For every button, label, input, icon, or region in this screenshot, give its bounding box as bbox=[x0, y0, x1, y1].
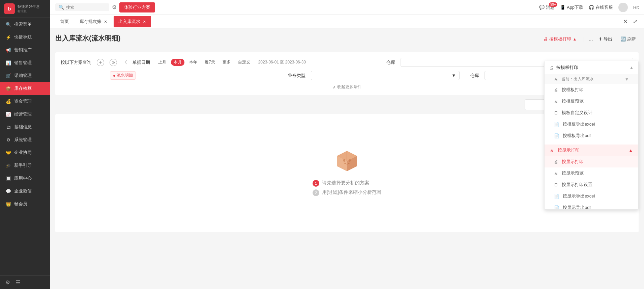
date-filter: 上月 本月 本年 近7天 更多 自定义 2023-06-01 至 2023-06… bbox=[155, 59, 381, 66]
sidebar-item-finance[interactable]: 💰 资金管理 bbox=[0, 95, 50, 108]
sidebar-item-sales[interactable]: 📊 销售管理 bbox=[0, 56, 50, 69]
purchase-icon: 🛒 bbox=[5, 73, 11, 79]
date-tab-thismonth[interactable]: 本月 bbox=[171, 59, 184, 66]
filter-collapse-left-btn[interactable]: 《 bbox=[122, 59, 127, 65]
tab-batch-close[interactable]: × bbox=[104, 19, 108, 24]
disp-excel-icon: 📄 bbox=[554, 194, 559, 199]
date-tab-custom[interactable]: 自定义 bbox=[235, 59, 253, 66]
username[interactable]: Rit bbox=[633, 5, 639, 10]
sidebar-nav: 🔍 搜索菜单 ⚡ 快捷导航 📢 营销推广 📊 销售管理 🛒 采购管理 📦 bbox=[0, 18, 50, 275]
dropdown-template-print[interactable]: 🖨 按模板打印 bbox=[545, 84, 638, 96]
tab-home[interactable]: 首页 bbox=[55, 16, 74, 27]
sidebar-item-member[interactable]: 👑 畅会员 bbox=[0, 198, 50, 210]
header-search-box[interactable]: 🔍 bbox=[55, 3, 109, 11]
tpl-preview-icon: 🖨 bbox=[554, 99, 558, 104]
headset-icon: 🎧 bbox=[589, 5, 594, 10]
chevron-up-icon3: ▲ bbox=[630, 65, 634, 70]
display-chevron-up: ▲ bbox=[628, 148, 633, 153]
marketing-icon: 📢 bbox=[5, 47, 11, 53]
more-btn[interactable]: ... bbox=[589, 36, 593, 42]
dropdown-template-excel[interactable]: 📄 按模板导出excel bbox=[545, 119, 638, 130]
disp-pdf-icon: 📄 bbox=[554, 205, 559, 210]
dropdown-display-print[interactable]: 🖨 按显示打印 bbox=[545, 156, 638, 167]
refresh-btn[interactable]: 🔄 刷新 bbox=[618, 35, 639, 44]
date-range: 2023-06-01 至 2023-06-30 bbox=[258, 59, 306, 65]
dropdown-display-settings[interactable]: 🗒 按显示打印设置 bbox=[545, 179, 638, 190]
messages-btn[interactable]: 💬 消息 99+ bbox=[539, 4, 555, 10]
empty-state: 1 请先选择要分析的方案 2 用[过滤]条件来缩小分析范围 bbox=[313, 148, 381, 199]
industry-btn[interactable]: 体验行业方案 bbox=[119, 2, 155, 12]
biz-type-select[interactable]: ▼ bbox=[311, 71, 460, 80]
sidebar-item-appcenter[interactable]: 🔲 应用中心 bbox=[0, 172, 50, 185]
sidebar-item-basic[interactable]: 🗂 基础信息 bbox=[0, 121, 50, 133]
sidebar-item-purchase[interactable]: 🛒 采购管理 bbox=[0, 69, 50, 82]
disp-settings-icon: 🗒 bbox=[554, 182, 558, 187]
sidebar-item-quicknav[interactable]: ⚡ 快捷导航 bbox=[0, 31, 50, 44]
sidebar-item-marketing[interactable]: 📢 营销推广 bbox=[0, 44, 50, 56]
sidebar-logo: b 畅捷通好生意 标准版 bbox=[0, 0, 50, 18]
sidebar-item-operations[interactable]: 📈 经营管理 bbox=[0, 108, 50, 121]
close-window-btn[interactable]: ✕ bbox=[622, 17, 629, 26]
tpl-pdf-icon: 📄 bbox=[554, 133, 559, 138]
sidebar-item-search[interactable]: 🔍 搜索菜单 bbox=[0, 18, 50, 31]
menu-toggle-icon[interactable]: ☰ bbox=[16, 279, 20, 286]
dropdown-divider bbox=[545, 143, 638, 143]
tab-flow-close[interactable]: × bbox=[142, 19, 146, 24]
date-tab-thisyear[interactable]: 本年 bbox=[186, 59, 200, 66]
dropdown-current-item[interactable]: 🖨 当前：出入库流水 ▼ bbox=[545, 74, 638, 84]
system-icon: ⚙ bbox=[5, 137, 11, 143]
sidebar-item-inventory[interactable]: 📦 库存核算 bbox=[0, 82, 50, 95]
header-search-input[interactable] bbox=[66, 5, 100, 10]
step-num-1: 1 bbox=[313, 180, 319, 187]
step-num-2: 2 bbox=[313, 189, 319, 196]
filter-tag[interactable]: ● 流水明细 bbox=[110, 71, 136, 80]
wechat-icon: 💬 bbox=[5, 188, 11, 194]
tab-flow[interactable]: 出入库流水 × bbox=[114, 16, 151, 27]
export-btn[interactable]: ⬆ 导出 bbox=[596, 35, 615, 44]
page-title: 出入库流水(流水明细) bbox=[55, 34, 120, 43]
date-tab-more[interactable]: 更多 bbox=[220, 59, 233, 66]
search-icon: 🔍 bbox=[59, 5, 64, 10]
gear-icon[interactable]: ⚙ bbox=[112, 4, 117, 10]
header-right: 💬 消息 99+ 📱 App下载 🎧 在线客服 Rit bbox=[539, 3, 639, 12]
collab-icon: 🤝 bbox=[5, 150, 11, 156]
inventory-icon: 📦 bbox=[5, 85, 11, 91]
sidebar-item-system[interactable]: ⚙ 系统管理 bbox=[0, 133, 50, 146]
collapse-btn[interactable]: ∧ 收起更多条件 bbox=[333, 84, 361, 90]
print-icon: 🖨 bbox=[544, 36, 548, 42]
maximize-btn[interactable]: ⤢ bbox=[632, 17, 639, 26]
svg-point-6 bbox=[349, 159, 351, 162]
dropdown-template-custom[interactable]: 🗒 模板自定义设计 bbox=[545, 107, 638, 119]
current-icon: 🖨 bbox=[554, 77, 558, 82]
dropdown-display-excel[interactable]: 📄 按显示导出excel bbox=[545, 190, 638, 202]
logo-badge: 标准版 bbox=[18, 9, 40, 14]
member-icon: 👑 bbox=[5, 201, 11, 207]
tab-right-actions: ✕ ⤢ bbox=[622, 17, 639, 26]
export-icon: ⬆ bbox=[598, 36, 602, 42]
tpl-excel-icon: 📄 bbox=[554, 122, 559, 127]
dropdown-template-preview[interactable]: 🖨 按模板预览 bbox=[545, 96, 638, 107]
filter-settings-btn[interactable]: ⊙ bbox=[110, 59, 117, 66]
settings-icon[interactable]: ⚙ bbox=[5, 279, 10, 286]
sidebar-item-collab[interactable]: 🤝 企业协同 bbox=[0, 146, 50, 159]
sidebar-item-guide[interactable]: 🎓 新手引导 bbox=[0, 159, 50, 172]
sidebar-item-wechat[interactable]: 💬 企业微信 bbox=[0, 185, 50, 198]
filter-add-btn[interactable]: + bbox=[97, 59, 104, 66]
empty-steps: 1 请先选择要分析的方案 2 用[过滤]条件来缩小分析范围 bbox=[313, 180, 381, 199]
dropdown-display-pdf[interactable]: 📄 按显示导出pdf bbox=[545, 202, 638, 209]
dropdown-display-header[interactable]: 🖨 按显示打印 ▲ bbox=[545, 144, 638, 156]
tpl-custom-icon: 🗒 bbox=[554, 110, 558, 115]
app-download-btn[interactable]: 📱 App下载 bbox=[560, 4, 583, 10]
print-btn[interactable]: 🖨 按模板打印 ▲ bbox=[541, 35, 579, 44]
service-btn[interactable]: 🎧 在线客服 bbox=[589, 4, 613, 10]
date-tab-lastmonth[interactable]: 上月 bbox=[155, 59, 169, 66]
tab-batch[interactable]: 库存批次账 × bbox=[75, 16, 112, 27]
dropdown-display-preview[interactable]: 🖨 按显示预览 bbox=[545, 167, 638, 179]
display-header-icon: 🖨 bbox=[550, 148, 554, 153]
dropdown-title: 按模板打印 bbox=[556, 64, 578, 71]
avatar[interactable] bbox=[618, 3, 628, 12]
date-tab-7days[interactable]: 近7天 bbox=[202, 59, 218, 66]
print-header-icon: 🖨 bbox=[549, 65, 554, 70]
dropdown-template-pdf[interactable]: 📄 按模板导出pdf bbox=[545, 130, 638, 141]
page-content: 出入库流水(流水明细) 🖨 按模板打印 ▲ | ... ⬆ 导出 🔄 bbox=[50, 28, 644, 289]
